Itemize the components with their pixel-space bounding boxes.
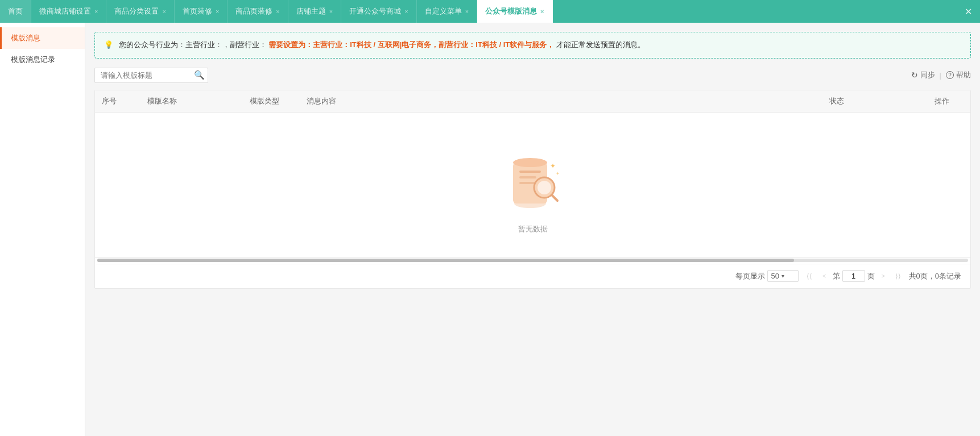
help-button[interactable]: ? 帮助 [946, 70, 971, 80]
svg-rect-3 [519, 171, 541, 173]
tab-home-decor-close[interactable]: × [216, 8, 219, 15]
page-size-value: 50 [771, 272, 779, 280]
close-all-tabs[interactable]: ✕ [957, 6, 980, 17]
scrollbar-track [97, 259, 968, 262]
help-icon: ? [946, 71, 954, 79]
col-content: 消息内容 [300, 90, 822, 112]
tab-shop-theme-label: 店铺主题 [296, 6, 326, 16]
tab-template-msg-close[interactable]: × [540, 8, 544, 15]
tab-home-decor-label: 首页装修 [183, 6, 212, 16]
empty-illustration: ✦ ✦ [499, 147, 567, 215]
main-layout: 模版消息 模版消息记录 💡 您的公众号行业为：主营行业：，副营行业： 需要设置为… [0, 23, 980, 436]
search-input-wrap: 🔍 [94, 68, 208, 83]
page-navigation: ⟨⟨ ＜ 第 页 ＞ ⟩⟩ [803, 270, 904, 283]
tab-product-category-label: 商品分类设置 [114, 6, 159, 16]
svg-point-7 [537, 181, 551, 194]
sidebar: 模版消息 模版消息记录 [0, 23, 85, 436]
page-di-label: 第 [833, 271, 840, 281]
svg-text:✦: ✦ [550, 162, 556, 170]
page-unit-label: 页 [867, 271, 875, 281]
col-action: 操作 [913, 90, 970, 112]
notice-box: 💡 您的公众号行业为：主营行业：，副营行业： 需要设置为：主营行业：IT科技 /… [94, 32, 971, 59]
first-page-button[interactable]: ⟨⟨ [803, 270, 816, 283]
dropdown-icon: ▾ [781, 273, 784, 279]
empty-text: 暂无数据 [518, 224, 548, 234]
tab-home-label: 首页 [8, 6, 23, 16]
sidebar-item-template-msg[interactable]: 模版消息 [0, 27, 85, 49]
svg-point-2 [513, 158, 547, 167]
content-area: 💡 您的公众号行业为：主营行业：，副营行业： 需要设置为：主营行业：IT科技 /… [85, 23, 980, 436]
scrollbar-thumb[interactable] [97, 259, 794, 262]
col-status: 状态 [822, 90, 913, 112]
tab-product-category[interactable]: 商品分类设置 × [106, 0, 174, 23]
tab-open-mall[interactable]: 开通公众号商城 × [341, 0, 416, 23]
page-size-selector: 每页显示 50 ▾ [735, 270, 799, 282]
search-left: 🔍 [94, 68, 208, 83]
sync-icon: ↻ [911, 70, 918, 80]
bulb-icon: 💡 [104, 40, 113, 49]
next-page-button[interactable]: ＞ [877, 270, 890, 283]
tab-home[interactable]: 首页 [0, 0, 31, 23]
sync-button[interactable]: ↻ 同步 [911, 70, 935, 80]
col-name: 模版名称 [140, 90, 243, 112]
tab-home-decor[interactable]: 首页装修 × [175, 0, 228, 23]
tab-custom-menu-label: 自定义菜单 [425, 6, 462, 16]
current-page-input[interactable] [842, 270, 865, 282]
tab-custom-menu[interactable]: 自定义菜单 × [417, 0, 477, 23]
last-page-button[interactable]: ⟩⟩ [892, 270, 904, 283]
tab-product-decor-close[interactable]: × [276, 8, 279, 15]
page-size-dropdown[interactable]: 50 ▾ [767, 270, 799, 282]
sidebar-item-template-msg-record[interactable]: 模版消息记录 [0, 49, 85, 70]
sync-label: 同步 [920, 70, 935, 80]
tab-product-category-close[interactable]: × [162, 8, 166, 15]
search-input[interactable] [94, 68, 208, 83]
search-bar: 🔍 ↻ 同步 | ? 帮助 [94, 68, 971, 83]
horizontal-scrollbar[interactable] [95, 257, 970, 264]
tab-shop-settings-label: 微商城店铺设置 [39, 6, 91, 16]
tab-open-mall-label: 开通公众号商城 [349, 6, 401, 16]
page-total: 共0页，0条记录 [909, 271, 961, 281]
tab-custom-menu-close[interactable]: × [465, 8, 469, 15]
tab-template-msg[interactable]: 公众号模版消息 × [477, 0, 552, 23]
empty-state: ✦ ✦ 暂无数据 [95, 113, 970, 257]
tab-shop-theme-close[interactable]: × [329, 8, 333, 15]
svg-line-8 [552, 195, 557, 201]
help-label: 帮助 [956, 70, 971, 80]
search-icon[interactable]: 🔍 [194, 70, 205, 80]
col-type: 模版类型 [243, 90, 300, 112]
table-header: 序号 模版名称 模版类型 消息内容 状态 操作 [95, 90, 970, 113]
search-right: ↻ 同步 | ? 帮助 [911, 70, 971, 80]
prev-page-button[interactable]: ＜ [818, 270, 830, 283]
page-size-label: 每页显示 [735, 271, 765, 281]
tab-open-mall-close[interactable]: × [404, 8, 408, 15]
notice-suffix: 才能正常发送预置的消息。 [556, 40, 645, 49]
tab-product-decor-label: 商品页装修 [235, 6, 272, 16]
notice-prefix: 您的公众号行业为：主营行业：，副营行业： [119, 40, 267, 49]
tab-template-msg-label: 公众号模版消息 [485, 6, 537, 16]
col-seq: 序号 [95, 90, 140, 112]
divider: | [940, 71, 941, 80]
tab-shop-settings-close[interactable]: × [94, 8, 98, 15]
svg-text:✦: ✦ [556, 171, 560, 176]
pagination: 每页显示 50 ▾ ⟨⟨ ＜ 第 页 ＞ ⟩⟩ 共0页，0条记录 [95, 264, 970, 288]
tab-product-decor[interactable]: 商品页装修 × [228, 0, 288, 23]
svg-rect-4 [519, 176, 536, 178]
data-table: 序号 模版名称 模版类型 消息内容 状态 操作 [94, 90, 971, 289]
top-nav: 首页 微商城店铺设置 × 商品分类设置 × 首页装修 × 商品页装修 × 店铺主… [0, 0, 980, 23]
notice-highlight: 需要设置为：主营行业：IT科技 / 互联网|电子商务，副营行业：IT科技 / I… [268, 40, 554, 49]
tab-shop-settings[interactable]: 微商城店铺设置 × [31, 0, 106, 23]
tab-shop-theme[interactable]: 店铺主题 × [288, 0, 341, 23]
